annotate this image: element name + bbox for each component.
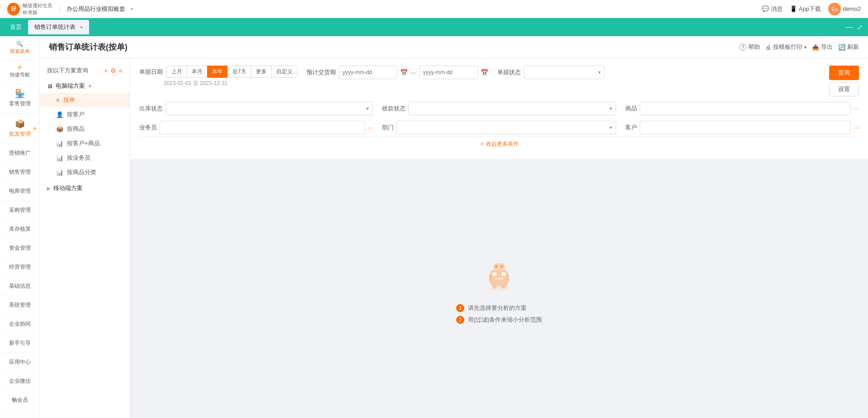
salesperson-more-btn[interactable]: ··· <box>368 124 373 131</box>
sidebar-item-wechat[interactable]: 企业微信 <box>0 372 39 391</box>
app-download-icon: 📱 <box>790 5 797 12</box>
collapse-bar[interactable]: ∧ 收起更多条件 <box>139 136 859 152</box>
svg-rect-9 <box>507 275 509 281</box>
sidebar-item-marketing[interactable]: 营销推广 <box>0 144 39 163</box>
sidebar-item-basic-info[interactable]: 基础信息 <box>0 277 39 296</box>
user-area[interactable]: Ea demo2 <box>828 3 861 15</box>
custom-btn[interactable]: 自定义 <box>271 66 297 78</box>
collapse-panel-btn[interactable]: « <box>119 67 123 74</box>
scheme-settings-btn[interactable]: ⚙ <box>110 67 116 74</box>
query-button[interactable]: 查询 <box>829 66 859 80</box>
scheme-item-by-product-cat[interactable]: 📊 按商品分类 <box>40 165 130 180</box>
date-separator: — <box>410 69 416 76</box>
logo-icon: 好 <box>7 3 20 15</box>
sidebar: 🔍 搜索菜单 ⚡ 快捷导航 🏪 零售管理 📦 批发管理 营销推广 销售管理 电商… <box>0 36 40 418</box>
svg-rect-3 <box>501 272 506 276</box>
action-btns: 查询 设置 <box>829 66 859 96</box>
scheme-item-by-salesperson[interactable]: 📊 按业务员 <box>40 151 130 165</box>
payment-status-select[interactable]: ▾ <box>408 102 616 115</box>
refresh-btn[interactable]: 🔄 刷新 <box>838 43 859 51</box>
page-actions: ? 帮助 🖨 按模板打印 ▾ 📤 导出 🔄 刷新 <box>739 43 859 57</box>
salesperson-select[interactable] <box>160 121 365 134</box>
mobile-scheme-expand-arrow: ▶ <box>47 186 51 191</box>
sidebar-item-purchase[interactable]: 采购管理 <box>0 201 39 220</box>
empty-steps: 1 请先选择要分析的方案 2 用[过滤]条件来缩小分析范围 <box>456 304 542 328</box>
desktop-expand-arrow: ▼ <box>88 84 92 89</box>
sidebar-item-retail[interactable]: 🏪 零售管理 <box>0 83 39 114</box>
desktop-scheme-header[interactable]: 🖥 电脑端方案 ▼ <box>40 79 130 93</box>
salesperson-group: 业务员 ··· <box>139 121 373 134</box>
mobile-scheme-header[interactable]: ▶ 移动端方案 <box>40 181 130 195</box>
left-panel: 按以下方案查询 + ⚙ « 🖥 电脑端方案 ▼ ≡ <box>40 58 130 418</box>
this-month-btn[interactable]: 本月 <box>187 66 207 78</box>
sidebar-item-wholesale[interactable]: 📦 批发管理 <box>0 114 39 144</box>
sidebar-quicknav[interactable]: ⚡ 快捷导航 <box>0 60 39 83</box>
scheme-item-by-product[interactable]: 📦 按商品 <box>40 122 130 136</box>
this-year-btn[interactable]: 本年 <box>207 66 227 78</box>
wholesale-icon: 📦 <box>2 119 38 129</box>
print-btn[interactable]: 🖨 按模板打印 ▾ <box>765 43 807 51</box>
app-dropdown-arrow[interactable]: ▾ <box>131 6 133 11</box>
cal-from-icon[interactable]: 📅 <box>400 69 408 76</box>
empty-step-1: 1 请先选择要分析的方案 <box>456 304 542 312</box>
message-action[interactable]: 💬 消息 <box>762 5 783 13</box>
ship-status-select[interactable]: ▾ <box>165 102 373 115</box>
sidebar-item-inventory[interactable]: 库存核算 <box>0 220 39 239</box>
product-select[interactable] <box>640 102 851 115</box>
prev-month-btn[interactable]: 上月 <box>166 66 187 78</box>
by-customer-icon: 👤 <box>56 111 63 118</box>
scheme-item-by-order[interactable]: ≡ 按单 <box>40 93 130 107</box>
scheme-item-by-customer[interactable]: 👤 按客户 <box>40 107 130 122</box>
filter-row-1: 单据日期 上月 本月 本年 近7天 更多 自定义 2023 <box>139 66 859 96</box>
cal-to-icon[interactable]: 📅 <box>481 69 488 76</box>
product-label: 商品 <box>625 104 637 113</box>
department-select[interactable]: ▾ <box>396 121 616 134</box>
svg-point-7 <box>500 265 503 268</box>
sidebar-item-sales-mgmt[interactable]: 销售管理 <box>0 163 39 182</box>
refresh-icon: 🔄 <box>838 44 845 51</box>
help-icon: ? <box>739 43 746 51</box>
sidebar-item-enterprise[interactable]: 企业协同 <box>0 315 39 334</box>
sidebar-search[interactable]: 🔍 搜索菜单 <box>0 36 39 60</box>
payment-status-label: 收款状态 <box>382 104 406 113</box>
more-btn[interactable]: 更多 <box>251 66 271 78</box>
minimize-btn[interactable]: — <box>846 23 853 31</box>
date-buttons: 上月 本月 本年 近7天 更多 自定义 <box>166 66 297 78</box>
tab-home[interactable]: 首页 <box>4 20 28 34</box>
sidebar-item-system[interactable]: 系统管理 <box>0 296 39 315</box>
product-more-btn[interactable]: ··· <box>854 105 859 112</box>
last-7-btn[interactable]: 近7天 <box>227 66 251 78</box>
sidebar-item-app-center[interactable]: 应用中心 <box>0 353 39 372</box>
sidebar-item-finance[interactable]: 资金管理 <box>0 239 39 258</box>
maximize-btn[interactable]: ⤢ <box>857 23 863 32</box>
date-from-input[interactable] <box>339 66 397 79</box>
by-cust-prod-icon: 📊 <box>56 140 63 147</box>
tab-sales-stats[interactable]: 销售订单统计表 × <box>28 20 89 34</box>
sidebar-item-vip[interactable]: 畅会员 <box>0 391 39 410</box>
department-arrow: ▾ <box>609 124 612 131</box>
tab-bar: 首页 销售订单统计表 × — ⤢ <box>0 18 868 36</box>
status-select-arrow: ▾ <box>598 69 601 76</box>
page-title: 销售订单统计表(按单) <box>49 42 127 58</box>
help-btn[interactable]: ? 帮助 <box>739 43 760 51</box>
step-1-num: 1 <box>456 304 464 312</box>
customer-group: 客户 ··· <box>625 121 859 134</box>
app-download-action[interactable]: 📱 App下载 <box>790 5 821 13</box>
add-scheme-btn[interactable]: + <box>104 67 108 74</box>
sidebar-item-ecommerce[interactable]: 电商管理 <box>0 182 39 201</box>
payment-status-group: 收款状态 ▾ <box>382 102 616 115</box>
department-group: 部门 ▾ <box>382 121 616 134</box>
print-dropdown-arrow: ▾ <box>804 45 807 50</box>
scheme-item-by-cust-prod[interactable]: 📊 按客户+商品 <box>40 136 130 151</box>
tab-close-btn[interactable]: × <box>80 24 83 30</box>
filter-row-3: 业务员 ··· 部门 ▾ <box>139 121 859 134</box>
customer-select[interactable] <box>640 121 851 134</box>
date-to-input[interactable] <box>419 66 478 79</box>
status-select[interactable]: ▾ <box>524 66 605 79</box>
customer-more-btn[interactable]: ··· <box>854 124 859 131</box>
export-btn[interactable]: 📤 导出 <box>812 43 833 51</box>
sidebar-item-newbie[interactable]: 新手引导 <box>0 334 39 353</box>
settings-button[interactable]: 设置 <box>829 82 859 96</box>
message-icon: 💬 <box>762 5 769 12</box>
sidebar-item-operation[interactable]: 经营管理 <box>0 258 39 277</box>
